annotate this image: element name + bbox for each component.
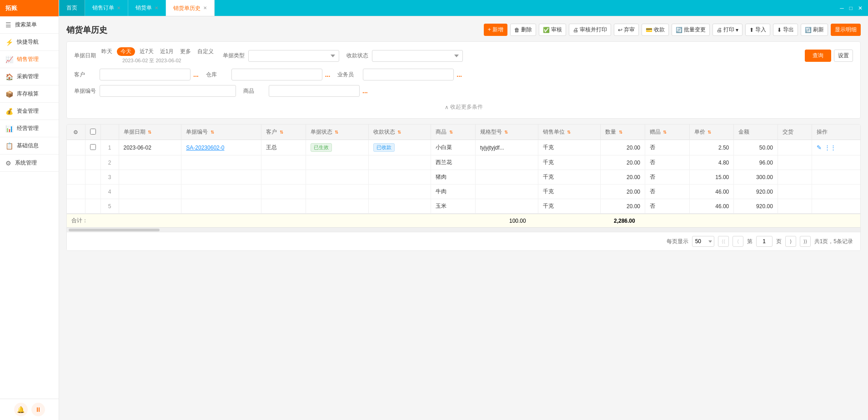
- goods-extra-btn[interactable]: ...: [362, 87, 368, 95]
- scrollbar-thumb[interactable]: [69, 229, 160, 231]
- sidebar-item-search-menu[interactable]: ☰ 搜索菜单: [0, 16, 59, 34]
- window-maximize-btn[interactable]: □: [848, 3, 854, 13]
- tab-sales-order[interactable]: 销售订单 ✕: [85, 0, 128, 16]
- row-date-1: [119, 155, 181, 170]
- date-custom[interactable]: 自定义: [196, 47, 216, 56]
- col-collect-status-header[interactable]: 收款状态 ⇅: [368, 125, 431, 140]
- row-check-2[interactable]: [85, 170, 100, 185]
- warehouse-input[interactable]: [231, 69, 322, 80]
- row-qty-4: 20.00: [601, 199, 645, 214]
- row-check-4[interactable]: [85, 199, 100, 214]
- delete-icon: 🗑: [514, 27, 520, 33]
- warehouse-extra-btn[interactable]: ...: [325, 71, 331, 78]
- agent-extra-btn[interactable]: ...: [457, 71, 462, 78]
- row-check-1[interactable]: [85, 155, 100, 170]
- col-customer-header[interactable]: 客户 ⇅: [261, 125, 306, 140]
- date-today[interactable]: 今天: [117, 47, 135, 56]
- setting-button[interactable]: 设置: [834, 50, 853, 62]
- window-close-btn[interactable]: ✕: [856, 3, 864, 13]
- row-docno-2[interactable]: [181, 170, 261, 185]
- row-docno-1[interactable]: [181, 155, 261, 170]
- more-icon-0[interactable]: ⋮⋮: [824, 144, 836, 151]
- tab-sales-history[interactable]: 销货单历史 ✕: [166, 0, 215, 16]
- row-check-3[interactable]: [85, 185, 100, 199]
- row-unit-0: 千克: [538, 140, 601, 155]
- collect-status-select[interactable]: [372, 50, 463, 62]
- sidebar-item-system-mgmt[interactable]: ⚙ 系统管理: [0, 155, 59, 172]
- col-price-header[interactable]: 单价 ⇅: [689, 125, 734, 140]
- collapse-button[interactable]: ∧ 收起更多条件: [443, 101, 485, 113]
- tab-home[interactable]: 首页: [59, 0, 85, 16]
- quick-nav-icon: ⚡: [5, 39, 13, 46]
- page-size-select[interactable]: 50 20 100: [692, 236, 714, 247]
- col-qty-header[interactable]: 数量 ⇅: [601, 125, 645, 140]
- new-button[interactable]: + 新增: [484, 24, 507, 36]
- row-docno-3[interactable]: [181, 185, 261, 199]
- customer-input[interactable]: [100, 69, 191, 80]
- col-doc-status-header[interactable]: 单据状态 ⇅: [306, 125, 368, 140]
- tab-sales-goods[interactable]: 销货单 ✕: [128, 0, 166, 16]
- customer-extra-btn[interactable]: ...: [193, 71, 199, 78]
- collect-button[interactable]: 💳 收款: [642, 24, 669, 36]
- col-gift-header[interactable]: 赠品 ⇅: [645, 125, 690, 140]
- sidebar-item-inventory[interactable]: 📦 库存核算: [0, 85, 59, 103]
- window-minimize-btn[interactable]: ─: [838, 3, 846, 13]
- col-unit-header[interactable]: 销售单位 ⇅: [538, 125, 601, 140]
- col-settings-header[interactable]: ⚙: [67, 125, 85, 140]
- docno-input[interactable]: [100, 85, 236, 97]
- page-first-btn[interactable]: ⟨⟨: [718, 236, 729, 247]
- batch-change-button[interactable]: 🔄 批量变更: [672, 24, 710, 36]
- edit-icon-0[interactable]: ✎: [817, 144, 822, 151]
- row-ops-4: [812, 199, 860, 214]
- row-delivery-3: [778, 185, 812, 199]
- col-check-header[interactable]: [85, 125, 100, 140]
- page-prev-btn[interactable]: ⟨: [733, 236, 743, 247]
- col-spec-header[interactable]: 规格型号 ⇅: [475, 125, 538, 140]
- row-spec-2: [475, 170, 538, 185]
- abandon-button[interactable]: ↩ 弃审: [614, 24, 639, 36]
- col-operation-header: 操作: [812, 125, 860, 140]
- import-button[interactable]: ⬆ 导入: [745, 24, 770, 36]
- date-yesterday[interactable]: 昨天: [100, 47, 114, 56]
- select-all-checkbox[interactable]: [90, 129, 96, 135]
- delete-button[interactable]: 🗑 删除: [510, 24, 536, 36]
- row-check-0[interactable]: [85, 140, 100, 155]
- show-detail-button[interactable]: 显示明细: [831, 24, 861, 36]
- doc-status-sort-icon: ⇅: [335, 130, 338, 135]
- page-last-btn[interactable]: ⟩⟩: [800, 236, 811, 247]
- pause-btn[interactable]: ⏸: [31, 403, 45, 416]
- sidebar-item-purchase-mgmt[interactable]: 🏠 采购管理: [0, 68, 59, 85]
- print-button[interactable]: 🖨 打印 ▾: [712, 24, 743, 36]
- sidebar-item-finance[interactable]: 💰 资金管理: [0, 103, 59, 120]
- agent-input[interactable]: [363, 69, 454, 80]
- page-size-label: 每页显示: [667, 238, 688, 245]
- query-button[interactable]: 查询: [805, 50, 831, 62]
- sidebar-item-basic-info[interactable]: 📋 基础信息: [0, 137, 59, 155]
- row-docno-0[interactable]: SA-20230602-0: [181, 140, 261, 155]
- date-7days[interactable]: 近7天: [138, 47, 156, 56]
- page-input[interactable]: [756, 236, 773, 247]
- sidebar-item-quick-nav[interactable]: ⚡ 快捷导航: [0, 34, 59, 51]
- toolbar: 销货单历史 + 新增 🗑 删除 ✅ 审核 🖨 审核并打印 ↩ 弃审: [66, 24, 861, 36]
- sidebar-item-operations[interactable]: 📊 经营管理: [0, 120, 59, 137]
- tab-sales-history-close[interactable]: ✕: [203, 6, 207, 10]
- date-1month[interactable]: 近1月: [158, 47, 176, 56]
- export-button[interactable]: ⬇ 导出: [773, 24, 798, 36]
- page-next-btn[interactable]: ⟩: [785, 236, 796, 247]
- notification-btn[interactable]: 🔔: [14, 403, 28, 416]
- col-date-header[interactable]: 单据日期 ⇅: [119, 125, 181, 140]
- horizontal-scrollbar[interactable]: [67, 227, 860, 232]
- audit-print-button[interactable]: 🖨 审核并打印: [569, 24, 611, 36]
- date-more[interactable]: 更多: [178, 47, 193, 56]
- goods-input[interactable]: [269, 85, 360, 97]
- audit-button[interactable]: ✅ 审核: [539, 24, 566, 36]
- row-docno-4[interactable]: [181, 199, 261, 214]
- tab-sales-goods-close[interactable]: ✕: [155, 6, 158, 10]
- type-select[interactable]: [248, 50, 339, 62]
- refresh-button[interactable]: 🔃 刷新: [801, 24, 828, 36]
- col-docno-header[interactable]: 单据编号 ⇅: [181, 125, 261, 140]
- sidebar-item-sales-mgmt[interactable]: 📈 销售管理: [0, 51, 59, 68]
- total-info: 共1页，5条记录: [814, 238, 853, 245]
- tab-sales-order-close[interactable]: ✕: [117, 6, 120, 10]
- col-goods-header[interactable]: 商品 ⇅: [431, 125, 476, 140]
